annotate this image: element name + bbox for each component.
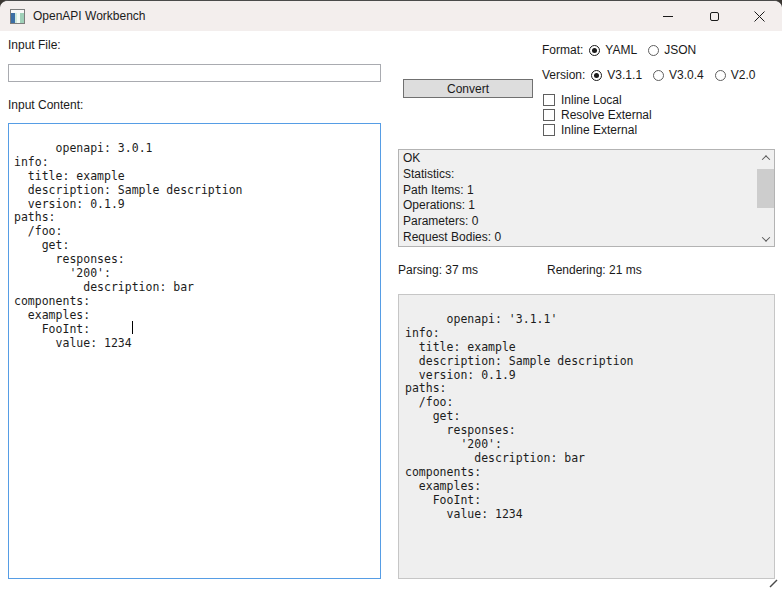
status-text: OK Statistics: Path Items: 1 Operations:… [399, 150, 757, 246]
input-content-text: openapi: 3.0.1 info: title: example desc… [14, 141, 242, 350]
inline-external-checkbox-icon [543, 124, 555, 136]
close-icon [754, 11, 765, 22]
radio-v311-label: V3.1.1 [607, 68, 642, 82]
converted-output-text: openapi: '3.1.1' info: title: example de… [405, 312, 633, 521]
text-caret [132, 321, 133, 334]
app-window: OpenAPI Workbench Input File: Input Cont… [0, 0, 782, 591]
app-icon [10, 9, 25, 24]
minimize-icon [663, 16, 673, 17]
radio-json-label: JSON [664, 43, 696, 57]
checkbox-inline-external[interactable]: Inline External [543, 123, 637, 137]
inline-external-label: Inline External [561, 123, 637, 137]
title-bar[interactable]: OpenAPI Workbench [0, 1, 782, 31]
resolve-external-checkbox-icon [543, 109, 555, 121]
resize-grip[interactable] [768, 579, 778, 588]
checkbox-inline-local[interactable]: Inline Local [543, 93, 622, 107]
input-file-field[interactable] [8, 64, 381, 82]
version-radio-group: Version: V3.1.1 V3.0.4 V2.0 [542, 67, 766, 83]
status-scrollbar[interactable] [757, 150, 774, 246]
minimize-button[interactable] [645, 1, 691, 31]
radio-option-yaml[interactable]: YAML [589, 43, 637, 57]
status-output-box[interactable]: OK Statistics: Path Items: 1 Operations:… [398, 149, 775, 247]
format-radio-group: Format: YAML JSON [542, 42, 707, 58]
scrollbar-down-button[interactable] [757, 231, 774, 246]
radio-yaml-icon [589, 45, 600, 56]
version-label: Version: [542, 68, 585, 82]
radio-json-icon [648, 45, 659, 56]
convert-button[interactable]: Convert [403, 79, 533, 98]
radio-option-v304[interactable]: V3.0.4 [653, 68, 704, 82]
resolve-external-label: Resolve External [561, 108, 652, 122]
chevron-up-icon [761, 155, 769, 163]
chevron-down-icon [761, 233, 769, 241]
radio-option-json[interactable]: JSON [648, 43, 696, 57]
parsing-time-label: Parsing: 37 ms [398, 263, 478, 277]
inline-local-checkbox-icon [543, 94, 555, 106]
radio-yaml-label: YAML [605, 43, 637, 57]
input-content-textarea[interactable]: openapi: 3.0.1 info: title: example desc… [8, 123, 381, 579]
format-label: Format: [542, 43, 583, 57]
radio-v20-label: V2.0 [731, 68, 756, 82]
radio-option-v311[interactable]: V3.1.1 [591, 68, 642, 82]
radio-v304-icon [653, 70, 664, 81]
scrollbar-up-button[interactable] [757, 150, 774, 165]
converted-output-box[interactable]: openapi: '3.1.1' info: title: example de… [398, 294, 775, 579]
maximize-button[interactable] [691, 1, 737, 31]
scrollbar-thumb[interactable] [757, 169, 774, 208]
close-button[interactable] [736, 1, 782, 31]
radio-v20-icon [715, 70, 726, 81]
radio-v311-icon [591, 70, 602, 81]
inline-local-label: Inline Local [561, 93, 622, 107]
rendering-time-label: Rendering: 21 ms [547, 263, 642, 277]
input-content-label: Input Content: [8, 98, 83, 112]
window-title: OpenAPI Workbench [33, 9, 146, 23]
radio-option-v20[interactable]: V2.0 [715, 68, 756, 82]
convert-button-label: Convert [447, 82, 489, 96]
input-file-label: Input File: [8, 38, 61, 52]
maximize-icon [710, 12, 719, 21]
radio-v304-label: V3.0.4 [669, 68, 704, 82]
checkbox-resolve-external[interactable]: Resolve External [543, 108, 652, 122]
